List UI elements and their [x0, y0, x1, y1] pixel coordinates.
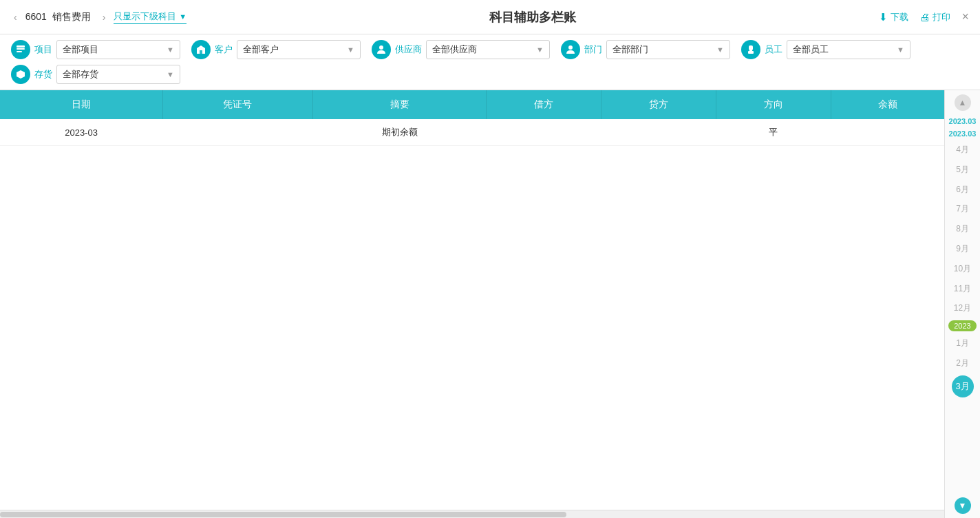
- inventory-icon: [11, 65, 30, 84]
- main-window: ‹ 6601 销售费用 › 只显示下级科目 ▼ 科目辅助多栏账 ⬇ 下载 🖨 打…: [0, 0, 980, 518]
- employee-label: 员工: [765, 43, 782, 56]
- sidebar-item-3-active[interactable]: 3月: [952, 375, 974, 397]
- table-area[interactable]: 日期 凭证号 摘要 借方 贷方 方向 余额 2023-03 期初余额: [0, 90, 944, 518]
- department-label: 部门: [584, 43, 602, 56]
- col-balance: 余额: [831, 90, 944, 119]
- employee-select-arrow: ▼: [897, 45, 904, 54]
- nav-next-button[interactable]: ›: [100, 10, 109, 24]
- cell-credit: [601, 119, 716, 146]
- department-filter-group: 部门 全部部门 ▼: [561, 40, 730, 59]
- svg-rect-3: [200, 50, 202, 54]
- table-header-row: 日期 凭证号 摘要 借方 贷方 方向 余额: [0, 90, 944, 119]
- sidebar-year-2023-wrapper: 2023: [945, 320, 980, 331]
- svg-rect-0: [17, 45, 25, 48]
- inventory-select-arrow: ▼: [167, 70, 174, 79]
- svg-rect-6: [749, 45, 753, 50]
- svg-rect-2: [17, 51, 22, 52]
- cell-summary: 期初余额: [313, 119, 487, 146]
- sidebar-item-11[interactable]: 11月: [945, 279, 980, 299]
- download-icon: ⬇: [879, 11, 888, 23]
- h-scrollbar-thumb[interactable]: [0, 512, 566, 517]
- sidebar-month-3-wrapper: 3月: [945, 375, 980, 397]
- account-code-label: 6601 销售费用: [25, 11, 94, 23]
- sidebar-item-2023-03-second[interactable]: 2023.03: [945, 127, 980, 140]
- svg-point-5: [568, 45, 573, 50]
- show-sub-select[interactable]: 只显示下级科目 ▼: [114, 10, 187, 24]
- cell-balance: [831, 119, 944, 146]
- sidebar-item-1[interactable]: 1月: [945, 333, 980, 353]
- sidebar-items-wrapper: 2023.03 2023.03 4月 5月 6月 7月 8月 9月 10月 11…: [945, 115, 980, 400]
- sidebar-item-7[interactable]: 7月: [945, 199, 980, 219]
- svg-rect-8: [749, 50, 752, 52]
- supplier-label: 供应商: [395, 43, 422, 56]
- employee-select[interactable]: 全部员工 ▼: [787, 40, 910, 59]
- supplier-select-arrow: ▼: [536, 45, 544, 54]
- sidebar-item-10[interactable]: 10月: [945, 259, 980, 279]
- department-select-arrow: ▼: [716, 45, 724, 54]
- close-button[interactable]: ×: [961, 10, 969, 24]
- project-select-arrow: ▼: [167, 45, 174, 54]
- h-scrollbar-container[interactable]: [0, 510, 944, 518]
- project-select[interactable]: 全部项目 ▼: [56, 40, 180, 59]
- page-title: 科目辅助多栏账: [192, 9, 873, 25]
- col-direction: 方向: [716, 90, 831, 119]
- top-actions: ⬇ 下载 🖨 打印: [879, 11, 950, 23]
- sidebar-item-6[interactable]: 6月: [945, 180, 980, 200]
- top-bar: ‹ 6601 销售费用 › 只显示下级科目 ▼ 科目辅助多栏账 ⬇ 下载 🖨 打…: [0, 0, 980, 34]
- project-label: 项目: [34, 43, 52, 56]
- cell-direction: 平: [716, 119, 831, 146]
- col-credit: 贷方: [601, 90, 716, 119]
- customer-icon: [191, 40, 211, 59]
- customer-select[interactable]: 全部客户 ▼: [237, 40, 361, 59]
- sidebar-item-4[interactable]: 4月: [945, 140, 980, 160]
- table-row[interactable]: 2023-03 期初余额 平: [0, 119, 944, 146]
- sidebar-item-2023-03-first[interactable]: 2023.03: [945, 115, 980, 127]
- customer-select-arrow: ▼: [347, 45, 354, 54]
- content-area: 日期 凭证号 摘要 借方 贷方 方向 余额 2023-03 期初余额: [0, 90, 980, 518]
- svg-rect-1: [17, 48, 25, 50]
- col-debit: 借方: [487, 90, 601, 119]
- scroll-down-icon: ▼: [955, 497, 971, 514]
- cell-voucher: [162, 119, 313, 146]
- filter-bar: 项目 全部项目 ▼ 客户 全部客户 ▼: [0, 34, 980, 90]
- svg-point-4: [379, 45, 383, 50]
- supplier-filter-group: 供应商 全部供应商 ▼: [372, 40, 550, 59]
- project-filter-group: 项目 全部项目 ▼: [11, 40, 180, 59]
- cell-debit: [487, 119, 601, 146]
- sidebar-item-2[interactable]: 2月: [945, 353, 980, 373]
- sidebar-item-8[interactable]: 8月: [945, 219, 980, 239]
- department-select[interactable]: 全部部门 ▼: [606, 40, 730, 59]
- project-icon: [11, 40, 30, 59]
- right-sidebar: ▲ 2023.03 2023.03 4月 5月 6月 7月 8月 9月 10月 …: [944, 90, 980, 518]
- inventory-label: 存货: [34, 68, 52, 81]
- cell-date: 2023-03: [0, 119, 162, 146]
- supplier-select[interactable]: 全部供应商 ▼: [426, 40, 550, 59]
- customer-label: 客户: [215, 43, 233, 56]
- col-date: 日期: [0, 90, 162, 119]
- nav-prev-button[interactable]: ‹: [11, 10, 20, 24]
- sidebar-item-12[interactable]: 12月: [945, 298, 980, 318]
- data-table: 日期 凭证号 摘要 借方 贷方 方向 余额 2023-03 期初余额: [0, 90, 944, 146]
- customer-filter-group: 客户 全部客户 ▼: [191, 40, 361, 59]
- scroll-up-icon: ▲: [955, 94, 971, 111]
- employee-filter-group: 员工 全部员工 ▼: [741, 40, 910, 59]
- download-button[interactable]: ⬇ 下载: [879, 11, 908, 23]
- col-voucher: 凭证号: [162, 90, 313, 119]
- inventory-filter-group: 存货 全部存货 ▼: [11, 65, 180, 84]
- supplier-icon: [372, 40, 391, 59]
- department-icon: [561, 40, 580, 59]
- print-icon: 🖨: [919, 11, 930, 23]
- sidebar-scroll-up-button[interactable]: ▲: [945, 90, 980, 115]
- inventory-select[interactable]: 全部存货 ▼: [56, 65, 180, 84]
- sidebar-scroll-down-button[interactable]: ▼: [945, 493, 980, 518]
- col-summary: 摘要: [313, 90, 487, 119]
- sidebar-item-5[interactable]: 5月: [945, 160, 980, 180]
- print-button[interactable]: 🖨 打印: [919, 11, 950, 23]
- sidebar-year-2023[interactable]: 2023: [948, 320, 976, 331]
- employee-icon: [741, 40, 760, 59]
- sidebar-item-9[interactable]: 9月: [945, 239, 980, 259]
